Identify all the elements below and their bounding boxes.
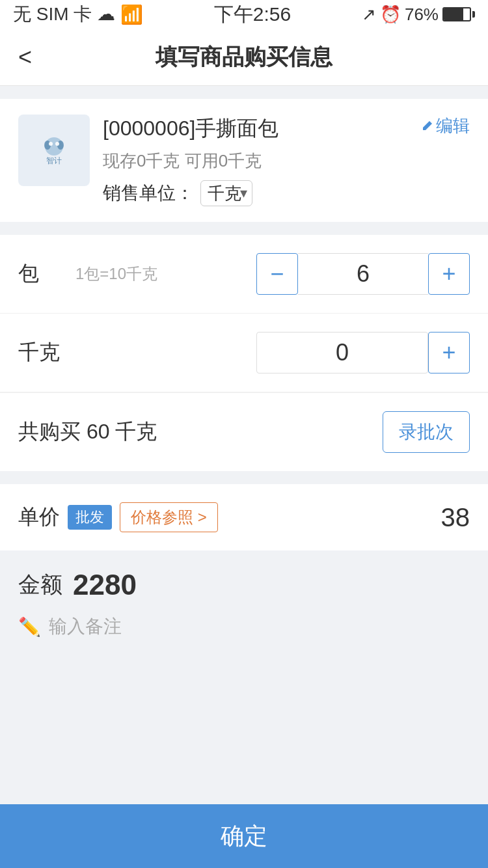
amount-section: 金额 2280 ✏️ 输入备注 (0, 550, 488, 652)
svg-point-4 (55, 142, 59, 146)
status-bar: 无 SIM 卡 ☁ 📶 下午2:56 ↗ ⏰ 76% (0, 0, 488, 29)
amount-label: 金额 (18, 570, 62, 600)
pack-plus-button[interactable]: + (428, 253, 470, 295)
product-card: 智计 [0000006]手撕面包 编辑 现存0千克 可用0千克 销售单位： 千克… (0, 99, 488, 222)
price-section: 单价 批发 价格参照 > 38 (0, 484, 488, 550)
battery-level: 76% (405, 5, 439, 25)
summary-row: 共购买 60 千克 录批次 (0, 392, 488, 471)
confirm-button-label: 确定 (221, 821, 267, 852)
status-time: 下午2:56 (214, 1, 291, 28)
kg-controls: + (256, 332, 470, 373)
product-logo-icon: 智计 (34, 131, 74, 170)
unit-select-wrapper[interactable]: 千克 包 (194, 180, 252, 206)
edit-button[interactable]: 编辑 (420, 115, 470, 137)
pack-row: 包 1包=10千克 − + (0, 235, 488, 314)
product-name: [0000006]手撕面包 (103, 115, 278, 143)
battery-icon (442, 7, 475, 21)
kg-input[interactable] (256, 332, 428, 373)
remark-row[interactable]: ✏️ 输入备注 (18, 614, 470, 639)
pencil-icon: ✏️ (18, 616, 41, 638)
wifi-icon: 📶 (120, 4, 143, 25)
pack-minus-button[interactable]: − (256, 253, 298, 295)
unit-select[interactable]: 千克 包 (200, 180, 252, 206)
price-ref-button[interactable]: 价格参照 > (120, 502, 218, 532)
pack-controls: − + (256, 253, 470, 295)
kg-row: 千克 + (0, 314, 488, 392)
page-title: 填写商品购买信息 (156, 42, 332, 72)
edit-icon (420, 120, 433, 133)
unit-label: 销售单位： (103, 181, 194, 206)
nav-bar: < 填写商品购买信息 (0, 29, 488, 86)
batch-button[interactable]: 录批次 (383, 411, 470, 453)
status-left: 无 SIM 卡 ☁ 📶 (13, 2, 143, 27)
sim-label: 无 SIM 卡 ☁ (13, 2, 115, 27)
location-icon: ↗ (362, 5, 376, 25)
quantity-section: 包 1包=10千克 − + 千克 + 共购买 60 千克 录批次 (0, 235, 488, 471)
price-left: 单价 批发 价格参照 > (18, 502, 218, 532)
product-stock: 现存0千克 可用0千克 (103, 150, 470, 172)
summary-text: 共购买 60 千克 (18, 418, 157, 446)
price-tag: 批发 (68, 505, 112, 530)
status-right: ↗ ⏰ 76% (362, 5, 475, 25)
svg-point-3 (49, 142, 53, 146)
kg-label: 千克 (18, 338, 70, 367)
price-label: 单价 (18, 503, 60, 532)
bottom-spacer (0, 652, 488, 716)
product-name-row: [0000006]手撕面包 编辑 (103, 115, 470, 143)
back-button[interactable]: < (18, 44, 32, 71)
confirm-button[interactable]: 确定 (0, 804, 488, 868)
remark-placeholder[interactable]: 输入备注 (49, 614, 122, 639)
product-unit-row: 销售单位： 千克 包 (103, 180, 470, 206)
price-value: 38 (441, 503, 470, 532)
product-image: 智计 (18, 115, 90, 186)
kg-plus-button[interactable]: + (428, 332, 470, 373)
amount-value: 2280 (73, 569, 137, 601)
pack-input[interactable] (298, 253, 428, 295)
pack-hint: 1包=10千克 (75, 264, 256, 284)
amount-row: 金额 2280 (18, 569, 470, 601)
product-info: [0000006]手撕面包 编辑 现存0千克 可用0千克 销售单位： 千克 包 (103, 115, 470, 206)
price-row: 单价 批发 价格参照 > 38 (18, 502, 470, 532)
pack-label: 包 (18, 260, 70, 288)
alarm-icon: ⏰ (380, 5, 401, 25)
svg-text:智计: 智计 (46, 156, 62, 165)
